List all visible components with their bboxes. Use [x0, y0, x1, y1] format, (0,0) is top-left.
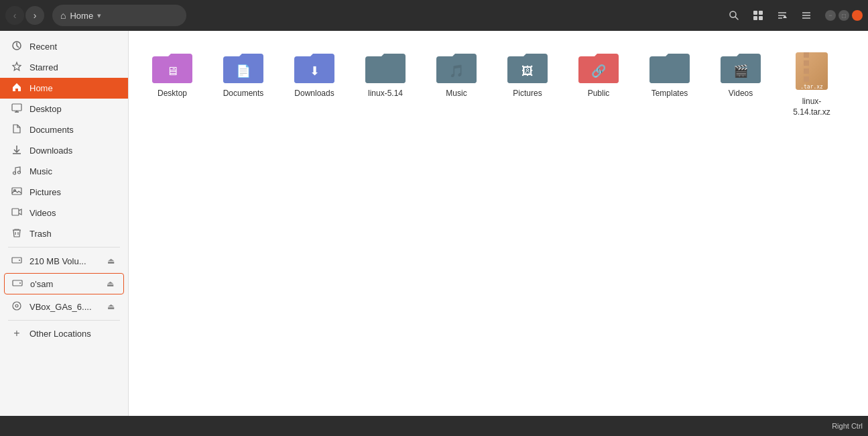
sidebar-item-music[interactable]: Music — [0, 161, 128, 182]
music-icon — [11, 165, 23, 178]
sidebar-item-pictures-label: Pictures — [29, 187, 117, 197]
downloads-icon — [11, 144, 23, 157]
folder-icon-videos: 🎬 — [719, 50, 762, 85]
sidebar-item-music-label: Music — [29, 166, 117, 176]
menu-button[interactable] — [796, 5, 817, 26]
folder-icon-linux514 — [364, 50, 407, 85]
svg-rect-2 — [753, 11, 757, 15]
sidebar-item-starred[interactable]: Starred — [0, 57, 128, 78]
svg-rect-43 — [804, 60, 809, 66]
file-label-videos: Videos — [729, 89, 753, 99]
file-item-documents[interactable]: 📄 Documents — [213, 44, 273, 123]
file-label-pictures: Pictures — [513, 89, 542, 99]
vbox-eject-button[interactable]: ⏏ — [104, 300, 117, 313]
pictures-icon — [11, 186, 23, 199]
file-item-music[interactable]: 🎵 Music — [426, 44, 487, 123]
sidebar-item-osam[interactable]: o'sam ⏏ — [4, 273, 124, 294]
svg-point-28 — [19, 260, 20, 261]
sidebar-item-vbox[interactable]: VBox_GAs_6.... ⏏ — [0, 296, 128, 317]
search-button[interactable] — [723, 5, 745, 26]
recent-icon — [11, 40, 23, 53]
titlebar: ‹ › ⌂ Home ▾ — [0, 0, 868, 31]
folder-icon-downloads: ⬇ — [293, 50, 336, 85]
sidebar-item-home[interactable]: Home — [0, 78, 128, 99]
disc-icon — [11, 301, 23, 313]
svg-text:📄: 📄 — [236, 64, 251, 78]
svg-rect-45 — [804, 76, 809, 82]
svg-point-30 — [19, 282, 21, 284]
desktop-icon — [11, 103, 23, 115]
taskbar: Right Ctrl — [0, 416, 868, 436]
plus-icon: + — [11, 327, 23, 339]
back-button[interactable]: ‹ — [5, 6, 24, 25]
svg-rect-4 — [753, 16, 757, 20]
view-toggle-button[interactable] — [747, 5, 769, 26]
svg-marker-14 — [13, 62, 21, 70]
folder-icon-desktop: 🖥 — [151, 50, 194, 85]
sidebar-item-documents-label: Documents — [29, 125, 117, 135]
file-item-templates[interactable]: Templates — [639, 44, 700, 123]
files-grid: 🖥 Desktop 📄 Documents ⬇ Downloads linux-… — [142, 44, 855, 123]
svg-point-31 — [13, 302, 21, 310]
sidebar-item-other-locations[interactable]: + Other Locations — [0, 323, 128, 343]
sidebar-item-trash[interactable]: Trash — [0, 223, 128, 244]
svg-text:.tar.xz: .tar.xz — [800, 84, 823, 90]
svg-text:⬇: ⬇ — [310, 64, 320, 78]
file-item-linux514[interactable]: linux-5.14 — [355, 44, 416, 123]
sidebar-item-desktop[interactable]: Desktop — [0, 99, 128, 119]
sidebar-item-vol210-label: 210 MB Volu... — [29, 256, 97, 266]
sidebar-item-vbox-label: VBox_GAs_6.... — [29, 302, 97, 312]
svg-rect-15 — [12, 104, 21, 111]
sidebar-item-videos[interactable]: Videos — [0, 203, 128, 223]
file-item-linustar[interactable]: .tar.xz linux-5.14.tar.xz — [782, 44, 842, 123]
close-button[interactable] — [852, 10, 863, 21]
sort-button[interactable] — [771, 5, 793, 26]
file-item-pictures[interactable]: 🖼 Pictures — [497, 44, 558, 123]
vol210-eject-button[interactable]: ⏏ — [104, 254, 117, 268]
svg-rect-3 — [759, 11, 763, 15]
svg-text:🎬: 🎬 — [733, 64, 749, 78]
sidebar-item-pictures[interactable]: Pictures — [0, 182, 128, 203]
svg-text:🔗: 🔗 — [591, 64, 607, 78]
sidebar-item-other-locations-label: Other Locations — [29, 329, 117, 339]
file-label-linux514: linux-5.14 — [368, 89, 403, 99]
svg-rect-42 — [804, 52, 809, 58]
file-item-downloads[interactable]: ⬇ Downloads — [284, 44, 345, 123]
folder-icon-documents: 📄 — [222, 50, 265, 85]
file-label-downloads: Downloads — [294, 89, 334, 99]
svg-text:🖼: 🖼 — [521, 64, 534, 78]
trash-icon — [11, 227, 23, 240]
folder-icon-templates — [648, 50, 691, 85]
file-label-templates: Templates — [652, 89, 688, 99]
minimize-button[interactable]: － — [825, 10, 836, 21]
sidebar-item-videos-label: Videos — [29, 208, 117, 218]
location-title: Home — [70, 11, 93, 21]
svg-point-32 — [15, 305, 18, 307]
archive-icon-linustar: .tar.xz — [790, 50, 833, 93]
sidebar-divider-1 — [8, 247, 120, 248]
sidebar-item-downloads[interactable]: Downloads — [0, 140, 128, 161]
sidebar-item-recent-label: Recent — [29, 42, 117, 52]
svg-text:🎵: 🎵 — [449, 64, 464, 78]
file-item-desktop[interactable]: 🖥 Desktop — [142, 44, 202, 123]
sidebar-item-starred-label: Starred — [29, 62, 117, 72]
sidebar-item-vol210[interactable]: 210 MB Volu... ⏏ — [0, 250, 128, 272]
home-icon-sidebar — [11, 82, 23, 95]
taskbar-right-text: Right Ctrl — [832, 422, 863, 430]
osam-eject-button[interactable]: ⏏ — [103, 277, 117, 290]
videos-icon — [11, 207, 23, 219]
chevron-down-icon: ▾ — [97, 11, 101, 20]
sidebar-divider-2 — [8, 320, 120, 321]
file-item-videos[interactable]: 🎬 Videos — [710, 44, 771, 123]
sidebar-item-trash-label: Trash — [29, 229, 117, 239]
sidebar-item-recent[interactable]: Recent — [0, 36, 128, 57]
svg-rect-22 — [12, 188, 21, 195]
location-bar[interactable]: ⌂ Home ▾ — [52, 5, 186, 26]
file-item-public[interactable]: 🔗 Public — [568, 44, 629, 123]
forward-button[interactable]: › — [25, 6, 44, 25]
sidebar-item-documents[interactable]: Documents — [0, 119, 128, 140]
maximize-button[interactable]: □ — [839, 10, 849, 21]
svg-rect-5 — [759, 16, 763, 20]
file-label-music: Music — [446, 89, 467, 99]
folder-icon-music: 🎵 — [435, 50, 478, 85]
